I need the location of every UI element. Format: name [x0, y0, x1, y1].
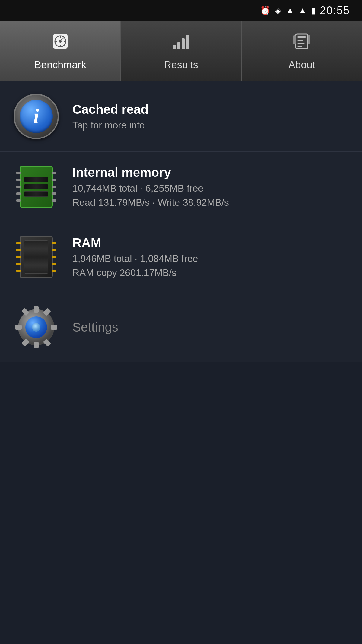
signal-icon-2: ▲: [298, 6, 307, 15]
tab-results-label: Results: [164, 59, 198, 71]
svg-point-29: [32, 323, 40, 332]
ram-subtitle: 1,946MB total · 1,084MB free: [72, 253, 198, 264]
info-icon: i: [14, 94, 59, 139]
svg-rect-15: [297, 43, 305, 44]
status-time: 20:55: [320, 4, 350, 17]
internal-memory-text: Internal memory 10,744MB total · 6,255MB…: [72, 165, 229, 208]
internal-memory-subtitle: 10,744MB total · 6,255MB free: [72, 183, 229, 194]
settings-item[interactable]: Settings: [0, 292, 362, 362]
svg-rect-16: [297, 46, 302, 47]
internal-memory-title: Internal memory: [72, 165, 229, 180]
tab-benchmark[interactable]: Benchmark: [0, 21, 121, 81]
svg-rect-20: [34, 306, 39, 313]
content-area: i Cached read Tap for more info: [0, 81, 362, 362]
tab-bar: Benchmark Results About: [0, 21, 362, 81]
svg-rect-10: [182, 38, 185, 49]
memory-chip-dark: [20, 236, 53, 278]
svg-rect-8: [173, 45, 176, 49]
internal-memory-icon-wrap: [12, 163, 60, 211]
cached-read-icon: i: [12, 92, 60, 141]
ram-detail: RAM copy 2601.17MB/s: [72, 267, 198, 278]
tab-about[interactable]: About: [242, 21, 362, 81]
tab-benchmark-label: Benchmark: [34, 59, 86, 71]
cached-read-subtitle: Tap for more info: [72, 120, 148, 131]
svg-rect-9: [177, 42, 180, 49]
tab-about-label: About: [288, 59, 315, 71]
settings-text: Settings: [72, 320, 118, 335]
status-bar: ⏰ ◈ ▲ ▲ ▮ 20:55: [0, 0, 362, 21]
empty-area: [0, 362, 362, 634]
gear-icon: [14, 305, 59, 350]
ram-item[interactable]: RAM 1,946MB total · 1,084MB free RAM cop…: [0, 222, 362, 292]
cached-read-item[interactable]: i Cached read Tap for more info: [0, 81, 362, 152]
svg-rect-14: [297, 40, 303, 41]
memory-chip-green: [20, 166, 53, 208]
svg-rect-11: [186, 35, 189, 49]
svg-rect-21: [34, 342, 39, 348]
alarm-icon: ⏰: [260, 6, 271, 16]
svg-rect-13: [297, 36, 306, 38]
wifi-icon: ◈: [275, 6, 281, 16]
ram-icon-wrap: [12, 233, 60, 281]
cached-read-text: Cached read Tap for more info: [72, 102, 148, 131]
ram-text: RAM 1,946MB total · 1,084MB free RAM cop…: [72, 236, 198, 278]
cached-read-title: Cached read: [72, 102, 148, 117]
signal-icon-1: ▲: [286, 6, 294, 15]
benchmark-icon: [51, 32, 70, 55]
results-icon: [171, 32, 191, 55]
svg-rect-17: [293, 35, 296, 44]
svg-point-2: [59, 40, 62, 43]
internal-memory-item[interactable]: Internal memory 10,744MB total · 6,255MB…: [0, 152, 362, 222]
internal-memory-detail: Read 131.79MB/s · Write 38.92MB/s: [72, 197, 229, 208]
settings-icon-wrap: [12, 303, 60, 351]
info-letter: i: [20, 100, 53, 133]
status-icons: ⏰ ◈ ▲ ▲ ▮ 20:55: [260, 4, 350, 17]
ram-title: RAM: [72, 236, 198, 250]
about-icon: [292, 32, 311, 55]
svg-rect-23: [51, 325, 57, 330]
battery-icon: ▮: [311, 6, 316, 16]
svg-rect-22: [15, 325, 22, 330]
tab-results[interactable]: Results: [121, 21, 241, 81]
svg-rect-18: [308, 35, 310, 44]
settings-title: Settings: [72, 320, 118, 335]
